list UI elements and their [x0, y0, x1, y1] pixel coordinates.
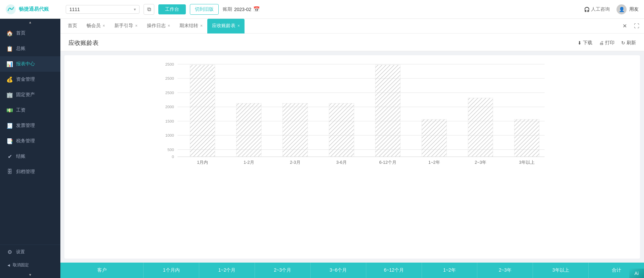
sidebar-item-checkout[interactable]: ✔ 结账: [0, 149, 60, 164]
tab-period-end-close[interactable]: ×: [200, 24, 203, 28]
sidebar-item-invoice[interactable]: 🧾 发票管理: [0, 118, 60, 133]
download-button[interactable]: ⬇ 下载: [578, 40, 592, 46]
sidebar-label-archive: 归档管理: [16, 169, 35, 175]
pin-icon: ◄: [7, 263, 11, 268]
copy-button[interactable]: ⧉: [144, 4, 154, 15]
tab-oplog-close[interactable]: ×: [168, 24, 170, 28]
company-name: 1111: [69, 7, 80, 12]
sidebar-label-checkout: 结账: [16, 153, 25, 159]
tab-home-label: 首页: [68, 23, 77, 29]
sidebar-item-home[interactable]: 🏠 首页: [0, 25, 60, 41]
sidebar-item-archive[interactable]: 🗄 归档管理: [0, 164, 60, 180]
sidebar: ▲ 🏠 首页 📋 总账 📊 报表中心 💰 资金管理 🏢 固定资产 💵 工资 🧾 …: [0, 19, 60, 278]
sidebar-scroll-up[interactable]: ▲: [0, 19, 60, 25]
cancel-pin-button[interactable]: ◄ 取消固定: [0, 259, 60, 271]
svg-text:2500: 2500: [165, 76, 174, 80]
salary-icon: 💵: [7, 107, 13, 113]
sidebar-item-settings[interactable]: ⚙ 设置: [0, 245, 60, 259]
tabs-bar: 首页 畅会员 × 新手引导 × 操作日志 × 期末结转 × 应收账龄表 ×: [60, 19, 644, 33]
refresh-button[interactable]: ↻ 刷新: [621, 40, 636, 46]
col-6-12month: 6~12个月: [366, 263, 422, 278]
sidebar-item-salary[interactable]: 💵 工资: [0, 102, 60, 118]
svg-rect-28: [375, 65, 400, 157]
tab-guide[interactable]: 新手引导 ×: [110, 19, 142, 33]
svg-rect-20: [190, 65, 215, 157]
svg-text:1-2月: 1-2月: [244, 160, 254, 165]
user-area[interactable]: 👤 用友: [616, 4, 639, 14]
cancel-pin-label: 取消固定: [13, 262, 29, 268]
svg-text:2500: 2500: [165, 62, 174, 66]
tab-ar-aging-close[interactable]: ×: [237, 24, 240, 28]
download-icon: ⬇: [578, 40, 582, 46]
ai-badge[interactable]: Ai: [629, 269, 644, 278]
tab-oplog[interactable]: 操作日志 ×: [142, 19, 175, 33]
refresh-icon: ↻: [621, 40, 625, 46]
svg-text:2-3月: 2-3月: [290, 160, 300, 165]
archive-icon: 🗄: [7, 169, 13, 175]
print-label: 打印: [605, 40, 614, 46]
sidebar-item-reports[interactable]: 📊 报表中心: [0, 56, 60, 72]
svg-text:3-6月: 3-6月: [336, 160, 346, 165]
sidebar-item-ledger[interactable]: 📋 总账: [0, 41, 60, 56]
assets-icon: 🏢: [7, 92, 13, 98]
tab-ar-aging[interactable]: 应收账龄表 ×: [207, 19, 245, 33]
reports-icon: 📊: [7, 61, 13, 67]
svg-text:6-12个月: 6-12个月: [379, 160, 396, 165]
company-select[interactable]: 1111 ▾: [66, 5, 140, 14]
period-value: 2023-02: [234, 7, 251, 12]
download-label: 下载: [583, 40, 592, 46]
svg-text:0: 0: [172, 154, 174, 159]
svg-text:2000: 2000: [165, 105, 174, 109]
svg-rect-34: [514, 119, 539, 157]
svg-rect-22: [236, 103, 261, 157]
svg-text:2~3年: 2~3年: [475, 160, 486, 165]
calendar-icon[interactable]: 📅: [253, 6, 260, 12]
avatar: 👤: [616, 4, 627, 14]
period-label: 账期: [223, 6, 232, 12]
page-content: 应收账龄表 ⬇ 下载 🖨 打印 ↻ 刷新: [60, 33, 644, 278]
ledger-icon: 📋: [7, 46, 13, 52]
print-button[interactable]: 🖨 打印: [599, 40, 614, 46]
sidebar-item-funds[interactable]: 💰 资金管理: [0, 72, 60, 87]
close-tab-button[interactable]: ✕: [620, 21, 629, 31]
tab-guide-close[interactable]: ×: [135, 24, 138, 28]
svg-text:1500: 1500: [165, 119, 174, 123]
svg-point-1: [10, 8, 11, 9]
chart-container: 2500 2500 2500 2000 1500 1000 500 0: [64, 55, 640, 259]
consult-button[interactable]: 🎧 人工咨询: [584, 6, 610, 12]
sidebar-item-tax[interactable]: 📑 税务管理: [0, 133, 60, 149]
tab-member-label: 畅会员: [87, 23, 101, 29]
sidebar-label-reports: 报表中心: [16, 61, 35, 67]
content-area: 首页 畅会员 × 新手引导 × 操作日志 × 期末结转 × 应收账龄表 ×: [60, 19, 644, 278]
switch-version-button[interactable]: 切到旧版: [190, 4, 219, 15]
svg-rect-24: [283, 103, 308, 157]
logo-area: 畅捷通易代账: [5, 4, 66, 15]
sidebar-label-salary: 工资: [16, 107, 25, 113]
col-2-3month: 2~3个月: [255, 263, 311, 278]
logo-text: 畅捷通易代账: [19, 6, 49, 12]
tab-oplog-label: 操作日志: [147, 23, 166, 29]
print-icon: 🖨: [599, 40, 604, 46]
sidebar-item-assets[interactable]: 🏢 固定资产: [0, 87, 60, 102]
tab-member[interactable]: 畅会员 ×: [82, 19, 110, 33]
ai-label: Ai: [635, 271, 639, 276]
header-right: 🎧 人工咨询 👤 用友: [584, 4, 639, 14]
tab-home[interactable]: 首页: [63, 19, 82, 33]
sidebar-scroll-down[interactable]: ▼: [0, 271, 60, 278]
table-header: 客户 1个月内 1~2个月 2~3个月 3~6个月 6~12个月: [60, 263, 644, 278]
sidebar-bottom: ⚙ 设置 ◄ 取消固定: [0, 245, 60, 271]
svg-text:2500: 2500: [165, 90, 174, 95]
workbench-button[interactable]: 工作台: [158, 4, 186, 14]
header: 畅捷通易代账 1111 ▾ ⧉ 工作台 切到旧版 账期 2023-02 📅 🎧 …: [0, 0, 644, 19]
tab-member-close[interactable]: ×: [103, 24, 105, 28]
bar-chart: 2500 2500 2500 2000 1500 1000 500 0: [72, 61, 632, 175]
col-2-3year: 2~3年: [477, 263, 533, 278]
tab-ar-aging-label: 应收账龄表: [212, 23, 235, 29]
expand-tab-button[interactable]: ⛶: [632, 21, 641, 31]
col-3-6month: 3~6个月: [311, 263, 366, 278]
page-title: 应收账龄表: [68, 39, 99, 47]
checkout-icon: ✔: [7, 153, 13, 159]
tab-period-end[interactable]: 期末结转 ×: [175, 19, 207, 33]
col-3yearplus: 3年以上: [533, 263, 589, 278]
svg-rect-32: [468, 98, 493, 157]
